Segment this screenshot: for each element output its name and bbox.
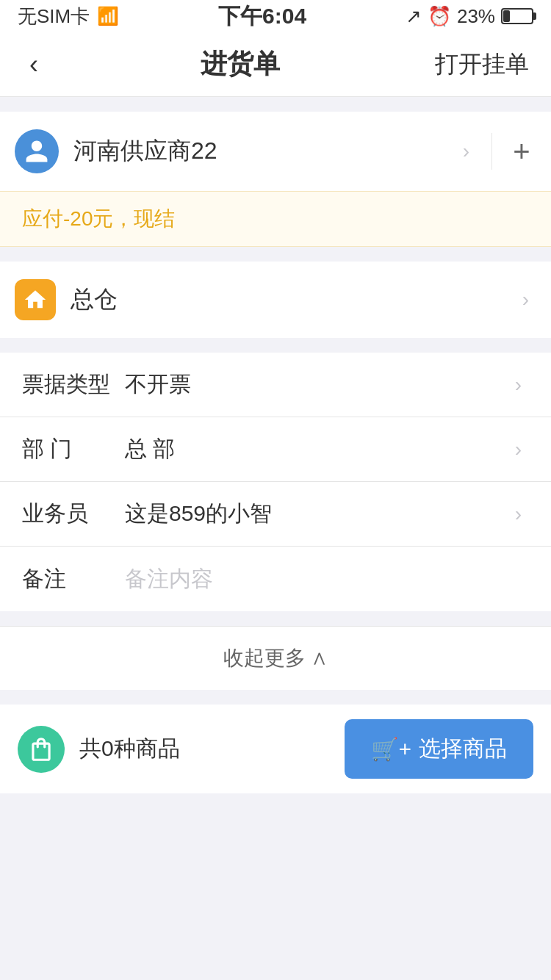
open-pending-button[interactable]: 打开挂单 xyxy=(435,48,529,81)
form-section: 票据类型 不开票 › 部 门 总 部 › 业务员 这是859的小智 › 备注 备… xyxy=(0,353,551,611)
remark-label: 备注 xyxy=(22,564,125,594)
select-product-icon: 🛒+ xyxy=(371,736,411,762)
add-supplier-button[interactable]: + xyxy=(492,119,551,184)
invoice-type-label: 票据类型 xyxy=(22,370,125,400)
warehouse-section[interactable]: 总仓 › xyxy=(0,262,551,338)
alarm-icon: ⏰ xyxy=(428,5,451,28)
invoice-type-row[interactable]: 票据类型 不开票 › xyxy=(0,353,551,417)
collapse-label: 收起更多 ∧ xyxy=(223,644,328,672)
page-title: 进货单 xyxy=(201,46,280,82)
product-count-text: 共0种商品 xyxy=(79,734,345,764)
status-bar: 无SIM卡 📶 下午6:04 ↗ ⏰ 23% xyxy=(0,0,551,32)
invoice-chevron-icon: › xyxy=(515,373,522,397)
select-product-label: 选择商品 xyxy=(419,734,507,764)
status-indicators: ↗ ⏰ 23% xyxy=(406,5,533,28)
department-value: 总 部 xyxy=(125,434,515,464)
salesperson-row[interactable]: 业务员 这是859的小智 › xyxy=(0,482,551,547)
nav-bar: ‹ 进货单 打开挂单 xyxy=(0,32,551,97)
gap-1 xyxy=(0,97,551,112)
salesperson-value: 这是859的小智 xyxy=(125,499,515,529)
back-button[interactable]: ‹ xyxy=(22,42,46,87)
status-time: 下午6:04 xyxy=(218,1,306,32)
supplier-selector[interactable]: 河南供应商22 › xyxy=(0,112,491,191)
location-icon: ↗ xyxy=(406,5,422,28)
battery-icon xyxy=(501,8,533,24)
warehouse-name: 总仓 xyxy=(71,284,522,316)
supplier-name: 河南供应商22 xyxy=(73,135,463,167)
carrier-text: 无SIM卡 xyxy=(18,4,90,29)
remark-row[interactable]: 备注 备注内容 xyxy=(0,547,551,611)
invoice-type-value: 不开票 xyxy=(125,370,515,400)
person-icon xyxy=(24,138,50,165)
home-icon xyxy=(23,287,48,312)
department-label: 部 门 xyxy=(22,434,125,464)
bottom-bar: 共0种商品 🛒+ 选择商品 xyxy=(0,705,551,793)
department-chevron-icon: › xyxy=(515,438,522,461)
warehouse-icon xyxy=(15,279,56,320)
supplier-section: 河南供应商22 › + xyxy=(0,112,551,191)
product-icon-container xyxy=(18,726,65,773)
notice-banner: 应付-20元，现结 xyxy=(0,191,551,247)
department-row[interactable]: 部 门 总 部 › xyxy=(0,417,551,482)
select-product-button[interactable]: 🛒+ 选择商品 xyxy=(345,719,533,779)
remaining-space xyxy=(0,793,551,980)
wifi-icon: 📶 xyxy=(97,6,119,26)
salesperson-chevron-icon: › xyxy=(515,502,522,526)
collapse-button[interactable]: 收起更多 ∧ xyxy=(0,626,551,690)
warehouse-chevron-icon: › xyxy=(522,288,529,311)
shopping-bag-icon xyxy=(27,735,55,763)
main-content: 河南供应商22 › + 应付-20元，现结 总仓 › 票据类型 不开票 › 部 … xyxy=(0,97,551,980)
supplier-chevron-icon: › xyxy=(463,140,469,163)
notice-text: 应付-20元，现结 xyxy=(22,207,175,230)
salesperson-label: 业务员 xyxy=(22,499,125,529)
supplier-avatar xyxy=(15,129,59,173)
remark-input[interactable]: 备注内容 xyxy=(125,564,529,594)
battery-text: 23% xyxy=(457,5,495,28)
status-carrier: 无SIM卡 📶 xyxy=(18,4,119,29)
